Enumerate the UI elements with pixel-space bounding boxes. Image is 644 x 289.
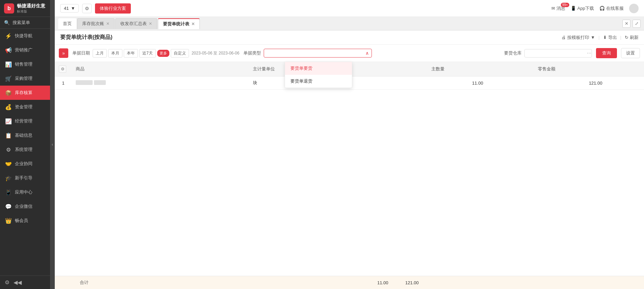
current-month-btn[interactable]: 本月	[108, 49, 122, 58]
dropdown-item-requisition-order[interactable]: 要货单要货	[285, 62, 352, 75]
export-action[interactable]: ⬇ 导出	[603, 35, 617, 41]
tab-order-summary-close[interactable]: ✕	[191, 22, 195, 26]
sidebar-item-basic-info[interactable]: 📋 基础信息	[0, 128, 50, 142]
action-divider: |	[598, 35, 599, 40]
wechat-icon: 💬	[5, 203, 12, 210]
filter-bar: » 单据日期 上月 本月 本年 近7天 更多 自定义 2023-05-06 至 …	[55, 45, 644, 62]
sidebar-item-operations[interactable]: 📈 经营管理	[0, 114, 50, 128]
sidebar-item-wechat[interactable]: 💬 企业微信	[0, 199, 50, 214]
message-icon: ✉	[551, 6, 555, 11]
sidebar-item-system[interactable]: ⚙ 系统管理	[0, 142, 50, 157]
guide-icon: 🎓	[5, 174, 12, 182]
operations-icon: 📈	[5, 117, 12, 125]
sidebar-item-label: 新手引导	[15, 175, 32, 181]
gear-button[interactable]: ⚙	[82, 4, 92, 13]
settings-btn[interactable]: 设置	[621, 48, 640, 58]
print-arrow: ▼	[591, 35, 595, 40]
store-selector[interactable]: 41 ▼	[60, 4, 79, 13]
messages-item[interactable]: ✉ 消息 99+	[551, 5, 565, 12]
page-actions: 🖨 按模板打印 ▼ | ⬇ 导出 | ↻ 刷新	[562, 35, 639, 41]
sidebar-collapse-handle[interactable]: ‹	[50, 0, 55, 289]
tab-inventory-batch[interactable]: 库存批次账 ✕	[77, 18, 115, 29]
app-download-label: App下载	[577, 5, 594, 12]
type-input[interactable]	[264, 49, 363, 57]
prev-month-btn[interactable]: 上月	[93, 49, 107, 58]
sidebar-item-purchase[interactable]: 🛒 采购管理	[0, 71, 50, 86]
filter-expand-btn[interactable]: »	[59, 48, 68, 58]
type-filter-label: 单据类型	[243, 50, 261, 56]
main-area: 41 ▼ ⚙ 体验行业方案 ✉ 消息 99+ 📱 App下载 🎧 在线客服	[55, 0, 644, 289]
date-filter-label: 单据日期	[72, 50, 90, 56]
sidebar-item-member[interactable]: 👑 畅会员	[0, 214, 50, 228]
refresh-icon: ↻	[625, 35, 628, 40]
warehouse-input-wrapper: ···	[524, 49, 592, 58]
date-range-btns: 上月 本月 本年 近7天 更多 自定义	[93, 49, 189, 58]
more-btn[interactable]: 更多	[157, 50, 169, 57]
sidebar-item-label: 快捷导航	[15, 33, 32, 39]
sidebar-search[interactable]: 🔍 搜索菜单	[0, 17, 50, 29]
sidebar-item-label: 经营管理	[15, 118, 32, 124]
store-number: 41	[64, 6, 69, 11]
custom-btn[interactable]: 自定义	[171, 49, 189, 58]
product-block-1	[76, 80, 93, 85]
sidebar-item-app-center[interactable]: 📱 应用中心	[0, 185, 50, 199]
row-product	[72, 76, 249, 90]
tab-receivables-summary[interactable]: 收发存汇总表 ✕	[115, 18, 157, 29]
app-download-item[interactable]: 📱 App下载	[571, 5, 594, 12]
tab-home[interactable]: 首页	[58, 18, 76, 29]
sidebar-item-label: 应用中心	[15, 189, 32, 195]
refresh-action[interactable]: ↻ 刷新	[625, 35, 639, 41]
sidebar-item-guide[interactable]: 🎓 新手引导	[0, 171, 50, 185]
tab-bar-controls: ✕ ⤢	[622, 20, 641, 28]
warehouse-input[interactable]	[526, 49, 586, 57]
sidebar-item-label: 企业微信	[15, 203, 32, 209]
sidebar-item-finance[interactable]: 💰 资金管理	[0, 100, 50, 114]
settings-bottom-icon[interactable]: ⚙	[5, 279, 9, 286]
sidebar-logo: b 畅捷通好生意 标准版	[0, 0, 50, 17]
app-logo-icon: b	[4, 3, 14, 14]
quick-nav-icon: ⚡	[5, 32, 12, 40]
sidebar-item-label: 销售管理	[15, 61, 32, 67]
type-filter-group: 单据类型 ∧	[243, 49, 500, 58]
sidebar: b 畅捷通好生意 标准版 🔍 搜索菜单 ⚡ 快捷导航 📢 营销推广 📊 销售管理…	[0, 0, 50, 289]
sidebar-item-label: 系统管理	[15, 147, 32, 153]
type-input-wrapper: ∧	[264, 49, 372, 58]
sidebar-item-label: 基础信息	[15, 132, 32, 138]
recent7-btn[interactable]: 近7天	[139, 49, 156, 58]
inventory-icon: 📦	[5, 89, 12, 96]
th-extra	[606, 62, 644, 76]
tab-receivables-summary-close[interactable]: ✕	[149, 21, 152, 26]
date-filter-group: 单据日期 上月 本月 本年 近7天 更多 自定义 2023-05-06 至 20…	[72, 49, 239, 58]
warehouse-dots-btn[interactable]: ···	[586, 50, 593, 56]
app-center-icon: 📱	[5, 188, 12, 196]
summary-amount: 121.00	[395, 280, 426, 285]
dropdown-item-label: 要货单要货	[290, 66, 312, 71]
industry-btn[interactable]: 体验行业方案	[95, 3, 131, 14]
tab-order-summary-label: 要货单统计表	[163, 21, 189, 27]
app-download-icon: 📱	[571, 6, 576, 11]
tab-order-summary[interactable]: 要货单统计表 ✕	[158, 18, 200, 29]
query-btn[interactable]: 查询	[596, 48, 617, 58]
finance-icon: 💰	[5, 103, 12, 111]
type-dropdown-arrow[interactable]: ∧	[363, 49, 372, 57]
sidebar-item-quick-nav[interactable]: ⚡ 快捷导航	[0, 29, 50, 43]
tab-inventory-batch-close[interactable]: ✕	[106, 21, 110, 26]
sidebar-item-label: 采购管理	[15, 75, 32, 82]
sidebar-item-inventory[interactable]: 📦 库存核算	[0, 86, 50, 100]
tab-close-all-btn[interactable]: ✕	[622, 20, 630, 28]
dropdown-item-requisition-return[interactable]: 要货单退货	[285, 75, 352, 88]
sidebar-item-marketing[interactable]: 📢 营销推广	[0, 43, 50, 57]
collapse-icon[interactable]: ◀◀	[14, 279, 22, 286]
current-year-btn[interactable]: 本年	[124, 49, 138, 58]
tab-maximize-btn[interactable]: ⤢	[633, 20, 641, 28]
table-settings-btn[interactable]: ⚙	[59, 65, 66, 73]
online-service-item[interactable]: 🎧 在线客服	[599, 5, 624, 12]
user-avatar[interactable]	[629, 4, 639, 13]
page-title: 要货单统计表(按商品)	[60, 34, 113, 41]
maximize-icon: ⤢	[635, 21, 639, 26]
type-dropdown: 要货单要货 要货单退货	[285, 62, 352, 88]
print-action[interactable]: 🖨 按模板打印 ▼	[562, 35, 595, 41]
dropdown-item-label: 要货单退货	[290, 79, 312, 84]
sidebar-item-cooperation[interactable]: 🤝 企业协同	[0, 157, 50, 171]
sidebar-item-sales[interactable]: 📊 销售管理	[0, 57, 50, 71]
